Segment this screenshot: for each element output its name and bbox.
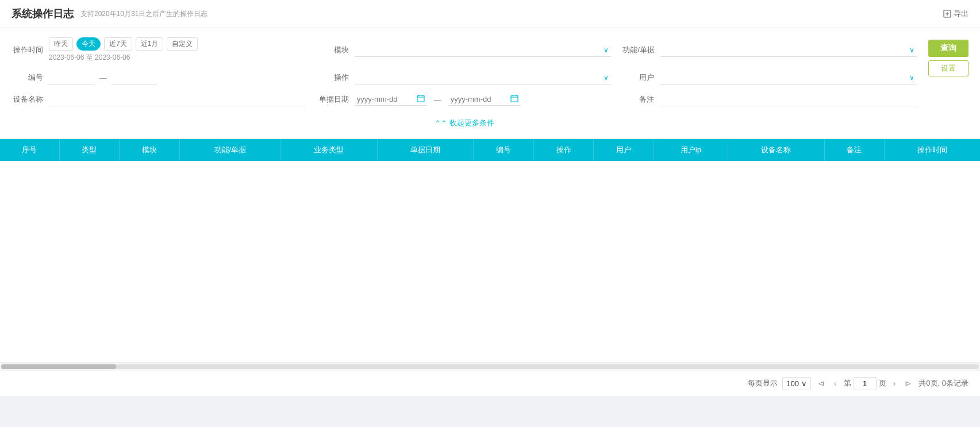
per-page-value: 100 <box>786 379 799 388</box>
time-filter-cell: 操作时间 昨天 今天 近7天 近1月 自定义 2023-06-06 至 2023… <box>11 37 306 63</box>
filter-row-1: 操作时间 昨天 今天 近7天 近1月 自定义 2023-06-06 至 2023… <box>11 37 917 63</box>
col-code: 编号 <box>474 139 533 161</box>
col-type: 类型 <box>59 139 119 161</box>
scrollbar-area <box>0 363 980 371</box>
collapse-label: 收起更多条件 <box>449 118 494 128</box>
user-filter-cell: 用户 ∨ <box>622 71 917 84</box>
filter-row-2: 编号 — 操作 ∨ <box>11 71 917 84</box>
time-btn-custom[interactable]: 自定义 <box>167 37 198 51</box>
time-btn-today[interactable]: 今天 <box>76 37 101 51</box>
date-from-input[interactable] <box>357 95 414 103</box>
collapse-up-icon: ⌃⌃ <box>435 119 447 128</box>
prev-page-button[interactable]: ‹ <box>832 378 839 389</box>
per-page-chevron-icon: ∨ <box>801 379 807 388</box>
pagination: 每页显示 100 ∨ ⊲ ‹ 第 页 › ⊳ 共0页, 0条记录 <box>0 371 980 396</box>
remark-content <box>660 93 917 106</box>
col-index: 序号 <box>0 139 59 161</box>
function-label: 功能/单据 <box>622 45 660 55</box>
function-select-container: ∨ <box>660 43 917 57</box>
filter-container: 操作时间 昨天 今天 近7天 近1月 自定义 2023-06-06 至 2023… <box>11 37 969 129</box>
date-to-wrapper <box>448 93 521 106</box>
col-device: 设备名称 <box>728 139 824 161</box>
empty-row <box>0 161 980 362</box>
page-label: 第 <box>844 378 851 388</box>
device-filter-cell: 设备名称 <box>11 93 306 106</box>
code-input-to[interactable] <box>112 71 157 84</box>
code-filter-cell: 编号 — <box>11 71 306 84</box>
device-input[interactable] <box>49 93 306 106</box>
user-label: 用户 <box>622 72 660 83</box>
page-input[interactable] <box>854 377 877 390</box>
title-area: 系统操作日志 支持2020年10月31日之后产生的操作日志 <box>11 7 207 21</box>
svg-rect-5 <box>511 95 518 102</box>
function-select[interactable] <box>660 43 917 57</box>
module-select[interactable] <box>355 43 612 57</box>
total-info: 共0页, 0条记录 <box>918 378 969 388</box>
page-header: 系统操作日志 支持2020年10月31日之后产生的操作日志 导出 <box>0 0 980 28</box>
export-icon <box>943 10 951 18</box>
table-body <box>0 161 980 362</box>
date-from-wrapper <box>355 93 427 106</box>
first-page-button[interactable]: ⊲ <box>816 378 827 389</box>
function-content: ∨ <box>660 43 917 57</box>
filter-actions: 查询 设置 <box>917 37 969 76</box>
code-input-from[interactable] <box>49 71 95 84</box>
remark-input[interactable] <box>660 93 917 106</box>
time-buttons: 昨天 今天 近7天 近1月 自定义 <box>49 37 198 51</box>
operation-filter-cell: 操作 ∨ <box>317 71 612 84</box>
date-content: — <box>355 93 612 106</box>
module-content: ∨ <box>355 43 612 57</box>
module-filter-cell: 模块 ∨ <box>317 43 612 57</box>
last-page-button[interactable]: ⊳ <box>902 378 914 389</box>
col-op-time: 操作时间 <box>884 139 980 161</box>
settings-button[interactable]: 设置 <box>928 60 969 76</box>
filter-row-3: 设备名称 单据日期 <box>11 93 917 106</box>
operation-select[interactable] <box>355 71 612 84</box>
col-remark: 备注 <box>824 139 884 161</box>
date-to-input[interactable] <box>451 95 508 103</box>
device-content <box>49 93 306 106</box>
col-date: 单据日期 <box>377 139 474 161</box>
per-page-select[interactable]: 100 ∨ <box>782 377 811 390</box>
col-biz-type: 业务类型 <box>281 139 378 161</box>
collapse-button[interactable]: ⌃⌃ 收起更多条件 <box>435 118 494 128</box>
time-btn-7days[interactable]: 近7天 <box>104 37 132 51</box>
col-user: 用户 <box>594 139 654 161</box>
page-subtitle: 支持2020年10月31日之后产生的操作日志 <box>80 9 207 19</box>
date-label: 单据日期 <box>317 94 355 105</box>
calendar-to-icon[interactable] <box>510 94 518 104</box>
time-filter-area: 昨天 今天 近7天 近1月 自定义 2023-06-06 至 2023-06-0… <box>49 37 198 63</box>
user-select-container: ∨ <box>660 71 917 84</box>
user-select[interactable] <box>660 71 917 84</box>
export-label: 导出 <box>954 9 969 19</box>
code-content: — <box>49 71 306 84</box>
remark-label: 备注 <box>622 94 660 105</box>
filter-section: 操作时间 昨天 今天 近7天 近1月 自定义 2023-06-06 至 2023… <box>0 28 980 139</box>
module-select-container: ∨ <box>355 43 612 57</box>
function-filter-cell: 功能/单据 ∨ <box>622 43 917 57</box>
code-dash: — <box>95 74 112 82</box>
time-btn-1month[interactable]: 近1月 <box>136 37 164 51</box>
per-page-label: 每页显示 <box>748 378 778 388</box>
module-label: 模块 <box>317 45 355 55</box>
time-content: 昨天 今天 近7天 近1月 自定义 2023-06-06 至 2023-06-0… <box>49 37 306 63</box>
next-page-button[interactable]: › <box>891 378 898 389</box>
col-function: 功能/单据 <box>179 139 280 161</box>
calendar-from-icon[interactable] <box>417 94 425 104</box>
code-label: 编号 <box>11 72 49 83</box>
table-header-row: 序号 类型 模块 功能/单据 业务类型 单据日期 编号 操作 用户 用户ip 设… <box>0 139 980 161</box>
operation-content: ∨ <box>355 71 612 84</box>
page-info: 第 页 <box>844 377 886 390</box>
empty-cell <box>0 161 980 362</box>
time-range-text: 2023-06-06 至 2023-06-06 <box>49 53 198 63</box>
filter-main: 操作时间 昨天 今天 近7天 近1月 自定义 2023-06-06 至 2023… <box>11 37 917 129</box>
remark-filter-cell: 备注 <box>622 93 917 106</box>
page-unit: 页 <box>879 378 886 388</box>
time-btn-yesterday[interactable]: 昨天 <box>49 37 73 51</box>
table-header: 序号 类型 模块 功能/单据 业务类型 单据日期 编号 操作 用户 用户ip 设… <box>0 139 980 161</box>
export-button[interactable]: 导出 <box>943 9 969 19</box>
table-section: 序号 类型 模块 功能/单据 业务类型 单据日期 编号 操作 用户 用户ip 设… <box>0 139 980 363</box>
device-label: 设备名称 <box>11 94 49 105</box>
scrollbar-thumb[interactable] <box>1 364 116 369</box>
query-button[interactable]: 查询 <box>928 40 969 57</box>
